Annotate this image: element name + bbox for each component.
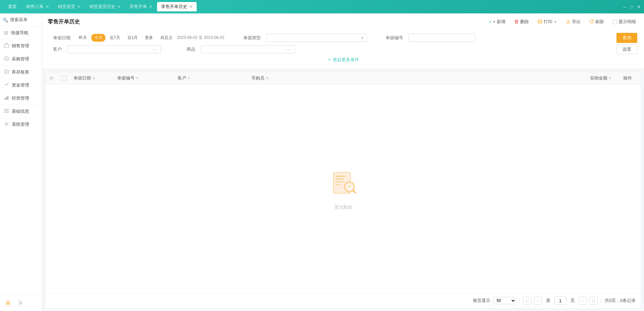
collapse-sidebar-btn[interactable] [16, 298, 27, 308]
sidebar: 🔍 搜索采单 ⊞ 快捷导航 销售管理 采购管理 [0, 13, 42, 311]
tab-sales-return-history[interactable]: 销货退货历史 ✕ [85, 2, 125, 11]
svg-line-24 [353, 190, 355, 193]
display-button[interactable]: 显示明细 [610, 17, 639, 26]
inventory-icon [4, 69, 9, 75]
goods-input-wrapper: ··· [201, 45, 295, 53]
sidebar-item-sales-mgmt-label: 销售管理 [12, 43, 29, 49]
sidebar-item-finance-label: 资金管理 [12, 82, 29, 88]
date-btn-yesterday[interactable]: 昨天 [76, 34, 90, 42]
date-btn-more[interactable]: 更多 [142, 34, 156, 42]
filter-row-1: 单据日期 昨天 今天 近7天 近1月 更多 自定义 2023-06-02 至 2… [53, 34, 633, 42]
th-customer-sort-icon[interactable]: ⇅ [188, 76, 190, 80]
sidebar-item-purchase-mgmt[interactable]: 采购管理 [0, 53, 42, 66]
date-btn-7days[interactable]: 近7天 [107, 34, 123, 42]
tab-sales-order[interactable]: 销售订单 ✕ [22, 2, 53, 11]
svg-rect-7 [7, 109, 8, 110]
goods-input[interactable] [204, 47, 284, 52]
sidebar-item-system[interactable]: 系统管理 [0, 118, 42, 131]
svg-rect-19 [335, 178, 343, 179]
tab-home[interactable]: 首页 [3, 2, 21, 11]
add-button[interactable]: + + 新增 [486, 17, 508, 26]
sidebar-search[interactable]: 🔍 搜索采单 [0, 13, 42, 27]
page-number-input[interactable] [554, 297, 566, 305]
top-bar: 首页 销售订单 ✕ 销货退货 ✕ 销货退货历史 ✕ 零售开单 ✕ 零售开单历史 … [0, 0, 644, 13]
column-settings-btn[interactable] [45, 76, 57, 81]
first-page-btn[interactable]: ⟨⟨ [523, 297, 531, 305]
page-label-prefix: 第 [546, 298, 550, 304]
tab-retail-open[interactable]: 零售开单 ✕ [126, 2, 156, 11]
sidebar-item-ops[interactable]: 经营管理 [0, 92, 42, 105]
doc-type-select[interactable] [266, 34, 367, 42]
svg-rect-14 [539, 22, 541, 23]
date-btn-custom[interactable]: 自定义 [157, 34, 176, 42]
page-title: 零售开单历史 [48, 18, 80, 25]
window-maximize[interactable]: □ [630, 4, 633, 9]
th-guide: 导购员 ⇅ [249, 75, 292, 81]
goods-label: 商品 [187, 46, 195, 52]
sidebar-item-sales-mgmt[interactable]: 销售管理 [0, 40, 42, 53]
th-number-sort-icon[interactable]: ⇅ [136, 76, 139, 80]
th-operation: 操作 [614, 75, 641, 81]
export-icon [566, 19, 571, 25]
sidebar-item-quick-nav[interactable]: ⊞ 快捷导航 [0, 27, 42, 40]
prev-page-btn[interactable]: ＜ [534, 297, 542, 305]
tab-sales-return-close[interactable]: ✕ [77, 5, 81, 9]
svg-rect-4 [6, 97, 7, 100]
page-label-suffix: 页 [571, 298, 575, 304]
tab-sales-order-label: 销售订单 [26, 4, 44, 10]
customer-ellipsis-btn[interactable]: ··· [151, 47, 158, 52]
sidebar-item-ops-label: 经营管理 [12, 95, 29, 101]
refresh-btn-label: 刷新 [595, 19, 604, 25]
sidebar-search-label: 搜索采单 [10, 17, 28, 23]
svg-rect-3 [5, 98, 6, 100]
delete-button[interactable]: 删除 [511, 17, 532, 26]
collapse-btn[interactable]: 收起更多条件 [53, 57, 633, 63]
tab-retail-open-history[interactable]: 零售开单历史 ✕ [157, 2, 197, 11]
th-amount: 实销金额 ⇅ [574, 75, 614, 81]
doc-number-input[interactable] [408, 34, 476, 42]
tab-sales-return-history-close[interactable]: ✕ [117, 5, 121, 9]
settings-bottom-btn[interactable] [3, 298, 13, 308]
print-icon [538, 19, 542, 25]
customer-label: 客户 [53, 46, 62, 52]
query-button[interactable]: 查询 [616, 33, 637, 43]
th-number: 单据编号 ⇅ [114, 75, 175, 81]
tab-retail-open-close[interactable]: ✕ [149, 5, 152, 9]
tab-retail-open-history-close[interactable]: ✕ [189, 5, 193, 9]
date-btn-today[interactable]: 今天 [91, 34, 105, 42]
export-btn-label: 导出 [572, 19, 581, 25]
print-button[interactable]: 打印 ▼ [535, 17, 560, 26]
th-guide-sort-icon[interactable]: ⇅ [266, 76, 268, 80]
date-range-display: 2023-06-02 至 2023-06-02 [177, 35, 224, 41]
sidebar-item-basic[interactable]: 基础信息 [0, 105, 42, 118]
table-header: 单据日期 ⇅ 单据编号 ⇅ 客户 ⇅ 导购员 ⇅ 实销金额 [45, 72, 641, 84]
window-close[interactable]: ✕ [637, 4, 641, 9]
checkbox-icon [613, 20, 617, 24]
select-all-checkbox[interactable] [57, 76, 71, 81]
page-size-select[interactable]: 50 10 20 100 [493, 297, 516, 304]
th-amount-sort-icon[interactable]: ⇅ [609, 76, 611, 80]
window-minimize[interactable]: ─ [623, 4, 626, 9]
refresh-icon [589, 19, 594, 25]
svg-rect-9 [7, 111, 8, 113]
sidebar-item-inventory[interactable]: 库存核算 [0, 66, 42, 79]
goods-ellipsis-btn[interactable]: ··· [285, 47, 292, 52]
sidebar-item-finance[interactable]: 资金管理 [0, 79, 42, 92]
th-date-sort-icon[interactable]: ⇅ [92, 76, 95, 80]
date-btn-1month[interactable]: 近1月 [125, 34, 141, 42]
svg-point-16 [51, 77, 52, 79]
svg-rect-0 [4, 44, 9, 48]
refresh-button[interactable]: 刷新 [587, 17, 607, 26]
customer-input[interactable] [70, 47, 151, 52]
export-button[interactable]: 导出 [563, 17, 583, 26]
tab-sales-order-close[interactable]: ✕ [46, 5, 49, 9]
tab-sales-return[interactable]: 销货退货 ✕ [54, 2, 85, 11]
settings-button[interactable]: 设置 [616, 44, 637, 54]
content: 零售开单历史 + + 新增 删除 [42, 13, 644, 311]
next-page-btn[interactable]: ＞ [579, 297, 587, 305]
empty-state: 暂无数据 [45, 84, 641, 293]
sidebar-item-inventory-label: 库存核算 [12, 69, 29, 75]
last-page-btn[interactable]: ⟩⟩ [590, 297, 598, 305]
collapse-btn-label: 收起更多条件 [333, 57, 359, 63]
add-icon: + [489, 19, 492, 24]
